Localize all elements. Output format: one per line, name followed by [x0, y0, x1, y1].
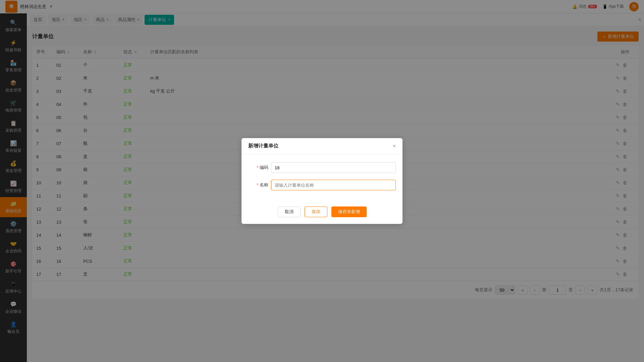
add-unit-modal: 新增计量单位 × 编码 名称 取消 保存 保存并新增 [241, 138, 402, 224]
save-button[interactable]: 保存 [305, 206, 327, 217]
modal-footer: 取消 保存 保存并新增 [241, 202, 402, 224]
save-and-add-button[interactable]: 保存并新增 [331, 206, 367, 217]
name-field-label: 名称 [248, 182, 268, 188]
form-row-name: 名称 [248, 180, 396, 190]
modal-close-btn[interactable]: × [393, 143, 396, 149]
modal-body: 编码 名称 [241, 154, 402, 202]
code-field-label: 编码 [248, 165, 268, 171]
form-row-code: 编码 [248, 162, 396, 173]
modal-header: 新增计量单位 × [241, 138, 402, 154]
name-field[interactable] [271, 180, 396, 190]
modal-title: 新增计量单位 [248, 143, 278, 149]
code-field[interactable] [271, 162, 396, 173]
modal-overlay[interactable]: 新增计量单位 × 编码 名称 取消 保存 保存并新增 [0, 0, 644, 362]
cancel-button[interactable]: 取消 [278, 206, 301, 217]
